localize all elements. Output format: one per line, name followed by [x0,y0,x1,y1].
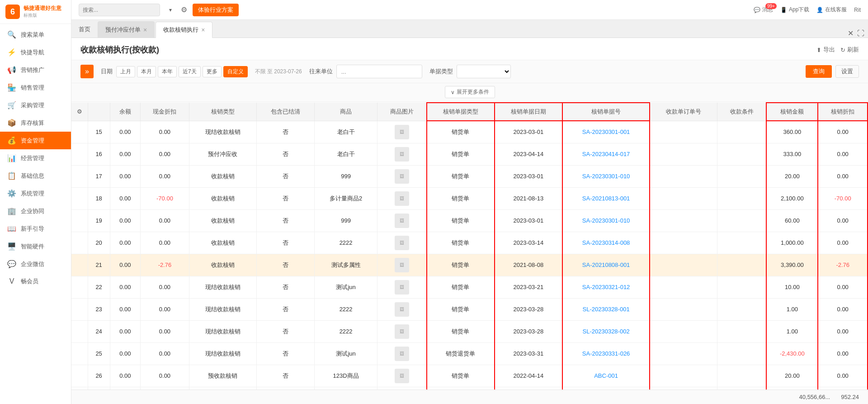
th-goods-img: 商品图片 [377,103,427,121]
app-download[interactable]: 📱 App下载 [780,6,809,14]
cancel-doc-link[interactable]: SA-20230414-017 [582,151,630,157]
date-btn-this-year[interactable]: 本年 [158,66,177,77]
td-include-settled: 否 [256,165,314,187]
td-seq: 24 [88,320,110,342]
sidebar-item-purchase[interactable]: 🛒采购管理 [0,96,71,114]
td-settings [71,276,88,298]
td-collection-cond [717,387,767,390]
topbar-search-input[interactable] [79,4,160,16]
cancel-doc-link[interactable]: SA-20230301-010 [582,173,630,180]
wecom-icon: 💬 [7,260,16,268]
tab-prepay[interactable]: 预付冲应付单 × [98,21,155,38]
th-cash-discount: 现金折扣 [140,103,189,121]
sidebar-item-operations[interactable]: 📊经营管理 [0,149,71,167]
cancel-doc-link[interactable]: SA-20210808-001 [582,261,630,268]
filter-expand-toggle[interactable]: » [80,65,94,78]
th-seq [88,103,110,121]
td-balance: 0.00 [110,276,140,298]
td-settings [71,187,88,209]
td-seq: 22 [88,276,110,298]
cancel-doc-link[interactable]: SL-20230328-001 [583,306,630,313]
filter-settings-btn[interactable]: 设置 [835,65,859,78]
industry-btn[interactable]: 体验行业方案 [193,4,239,16]
cancel-doc-link[interactable]: SA-20230301-010 [582,217,630,224]
online-service[interactable]: 👤 在线客服 [816,6,847,14]
td-goods: 2222 [314,232,377,254]
expand-window-btn[interactable]: ⛶ [857,29,864,38]
td-collection-order [650,209,717,232]
date-btn-custom[interactable]: 自定义 [223,66,248,77]
cancel-doc-link[interactable]: SA-20230314-008 [582,239,630,246]
refresh-btn[interactable]: ↻ 刷新 [840,46,859,54]
cancel-doc-link[interactable]: SA-20230331-026 [582,350,630,357]
date-btn-7days[interactable]: 近7天 [179,66,201,77]
td-cancel-doc-no: SL-20230328-001 [562,298,650,320]
sidebar-item-system[interactable]: ⚙️系统管理 [0,185,71,202]
td-cancel-date: 2021-08-13 [495,187,562,209]
partner-input[interactable] [336,65,422,78]
date-btn-last-month[interactable]: 上月 [116,66,135,77]
cancel-doc-link[interactable]: SL-20230328-002 [583,328,630,335]
close-window-btn[interactable]: ✕ [848,29,854,38]
td-collection-order [650,232,717,254]
sidebar-item-hardware[interactable]: 🖥️智能硬件 [0,238,71,255]
th-settings[interactable]: ⚙ [71,103,88,121]
settings-icon[interactable]: ⚙ [181,5,187,14]
query-btn[interactable]: 查询 [806,65,832,78]
inventory-icon: 📦 [7,119,16,127]
cancel-doc-link[interactable]: ABC-001 [594,372,618,379]
sidebar-item-vip[interactable]: V畅会员 [0,273,71,290]
sidebar-item-wecom[interactable]: 💬企业微信 [0,255,71,273]
td-goods: 衣服00001 [314,387,377,390]
td-goods: 测试jun [314,276,377,298]
td-collection-cond [717,298,767,320]
refresh-label: 刷新 [847,46,859,54]
th-cancel-type: 核销类型 [189,103,256,121]
td-collection-cond [717,209,767,232]
table-row: 26 0.00 0.00 预收款核销 否 123D商品 🖼 销货单 2022-0… [71,365,868,387]
td-cancel-amount: 60.00 [766,209,818,232]
tab-prepay-close[interactable]: × [143,27,147,33]
td-cancel-doc-type: 销货单 [427,387,495,390]
td-include-settled: 否 [256,342,314,365]
sidebar-item-guide[interactable]: 📖新手引导 [0,220,71,238]
topbar-dropdown-btn[interactable]: ▾ [165,5,175,15]
td-goods: 2222 [314,298,377,320]
goods-image: 🖼 [395,214,409,228]
td-goods: 多计量商品2 [314,187,377,209]
td-collection-order [650,121,717,143]
sidebar-item-basic[interactable]: 📋基础信息 [0,167,71,185]
tab-collection[interactable]: 收款核销执行 × [156,22,212,38]
tab-home[interactable]: 首页 [71,21,98,38]
cancel-doc-link[interactable]: SA-20230301-001 [582,128,630,135]
filter-date-section: 日期 上月 本月 本年 近7天 更多 自定义 不限 至 2023-07-26 [101,66,302,77]
sidebar-item-corp[interactable]: 🏢企业协同 [0,202,71,220]
doctype-select[interactable] [457,65,511,78]
expand-more-btn[interactable]: ∨ 展开更多条件 [445,86,495,98]
sidebar-item-marketing[interactable]: 📢营销推广 [0,61,71,79]
total-amount-value: 40,556,66... [799,394,830,400]
td-cancel-doc-no: SA-20230301-010 [562,209,650,232]
sidebar-item-finance[interactable]: 💰资金管理 [0,132,71,149]
cancel-doc-link[interactable]: SA-20210813-001 [582,195,630,202]
td-seq: 21 [88,254,110,276]
date-btn-more[interactable]: 更多 [203,66,222,77]
sidebar-item-sales[interactable]: 🏪销售管理 [0,79,71,96]
td-cancel-discount: 0.00 [818,165,868,187]
export-btn[interactable]: ⬆ 导出 [816,46,835,54]
td-collection-order [650,165,717,187]
date-btn-this-month[interactable]: 本月 [137,66,156,77]
table-header-row: ⚙ 余额 现金折扣 核销类型 包含已结清 商品 商品图片 核销单据类型 核销单据… [71,103,868,121]
sidebar-item-search[interactable]: 🔍搜索菜单 [0,26,71,43]
sidebar-item-quick[interactable]: ⚡快捷导航 [0,43,71,61]
tab-collection-close[interactable]: × [201,27,205,33]
cancel-doc-link[interactable]: SA-20230321-012 [582,284,630,290]
td-collection-cond [717,232,767,254]
td-include-settled: 否 [256,387,314,390]
messages-badge[interactable]: 💬 消息 99+ [754,6,773,14]
td-cash-discount: 0.00 [140,276,189,298]
sidebar-item-inventory[interactable]: 📦库存核算 [0,114,71,132]
td-seq: 16 [88,143,110,165]
total-discount-value: 952.24 [841,394,859,400]
filter-bar: » 日期 上月 本月 本年 近7天 更多 自定义 不限 至 2023-07-26 [71,60,868,83]
